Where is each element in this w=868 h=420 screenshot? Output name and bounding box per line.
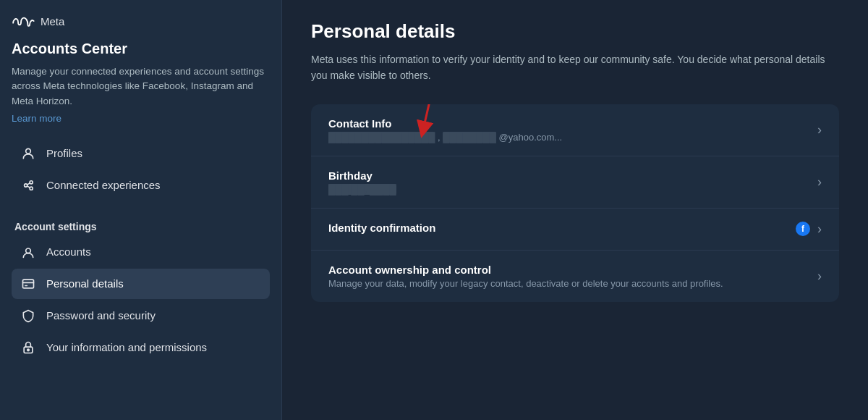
svg-point-6 xyxy=(26,248,31,253)
svg-point-11 xyxy=(27,349,30,351)
your-info-label: Your information and permissions xyxy=(46,341,207,353)
accounts-icon xyxy=(20,244,36,260)
contact-info-right: › xyxy=(817,122,822,138)
identity-right: f › xyxy=(796,222,822,237)
account-ownership-title: Account ownership and control xyxy=(328,264,817,276)
learn-more-link[interactable]: Learn more xyxy=(12,113,270,124)
contact-info-left: Contact Info ████████████████ , ████████… xyxy=(328,117,817,143)
top-nav: Profiles Connected experiences xyxy=(12,138,270,201)
account-ownership-left: Account ownership and control Manage you… xyxy=(328,264,817,289)
meta-logo-icon xyxy=(12,14,35,28)
chevron-icon: › xyxy=(817,222,822,237)
identity-title: Identity confirmation xyxy=(328,222,796,234)
profiles-label: Profiles xyxy=(46,147,82,159)
birthday-left: Birthday ███ ██, ████ xyxy=(328,169,817,195)
sidebar-item-profiles[interactable]: Profiles xyxy=(12,138,270,169)
person-icon xyxy=(20,146,36,161)
chevron-icon: › xyxy=(817,122,822,138)
sidebar: Meta Accounts Center Manage your connect… xyxy=(0,0,282,420)
sidebar-description: Manage your connected experiences and ac… xyxy=(12,64,270,109)
account-nav: Accounts Personal details xyxy=(12,237,270,363)
meta-wordmark: Meta xyxy=(41,15,64,28)
svg-line-4 xyxy=(27,183,30,185)
accounts-label: Accounts xyxy=(46,245,91,258)
chevron-icon: › xyxy=(817,269,822,284)
sidebar-item-your-info[interactable]: Your information and permissions xyxy=(12,332,270,363)
chevron-icon: › xyxy=(817,175,822,190)
connected-label: Connected experiences xyxy=(46,179,161,191)
page-title: Personal details xyxy=(311,20,839,43)
contact-info-value: ████████████████ , ████████ @yahoo.com..… xyxy=(328,132,817,143)
account-settings-header: Account settings xyxy=(12,221,270,232)
svg-point-0 xyxy=(26,148,31,154)
sidebar-item-connected[interactable]: Connected experiences xyxy=(12,170,270,201)
birthday-title: Birthday xyxy=(328,169,817,182)
account-ownership-item[interactable]: Account ownership and control Manage you… xyxy=(311,251,839,302)
settings-card: Contact Info ████████████████ , ████████… xyxy=(311,104,839,302)
sidebar-item-password[interactable]: Password and security xyxy=(12,301,270,331)
identity-left: Identity confirmation xyxy=(328,222,796,236)
sidebar-item-accounts[interactable]: Accounts xyxy=(12,237,270,267)
facebook-icon: f xyxy=(796,222,810,236)
personal-details-label: Personal details xyxy=(46,277,124,290)
lock-person-icon xyxy=(20,340,36,356)
account-ownership-right: › xyxy=(817,269,822,284)
contact-info-item[interactable]: Contact Info ████████████████ , ████████… xyxy=(311,104,839,156)
sidebar-item-personal-details[interactable]: Personal details xyxy=(12,269,270,299)
birthday-item[interactable]: Birthday ███ ██, ████ › xyxy=(311,156,839,209)
password-label: Password and security xyxy=(46,309,156,322)
meta-logo: Meta xyxy=(12,14,270,28)
main-content: Personal details Meta uses this informat… xyxy=(282,0,868,420)
svg-line-5 xyxy=(27,186,30,188)
sidebar-title: Accounts Center xyxy=(12,41,270,57)
contact-info-title: Contact Info xyxy=(328,117,817,130)
identity-confirmation-item[interactable]: Identity confirmation f › xyxy=(311,209,839,251)
shield-icon xyxy=(20,308,36,324)
birthday-value: ███ ██, ████ xyxy=(328,184,817,195)
svg-rect-7 xyxy=(23,280,34,288)
account-ownership-value: Manage your data, modify your legacy con… xyxy=(328,278,817,289)
connected-icon xyxy=(20,177,36,193)
birthday-right: › xyxy=(817,175,822,190)
page-description: Meta uses this information to verify you… xyxy=(311,51,832,84)
card-icon xyxy=(20,276,36,292)
